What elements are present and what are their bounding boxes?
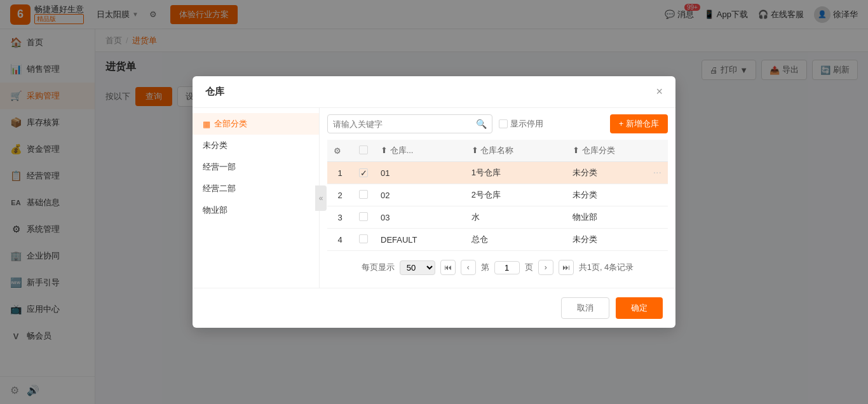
category-label-all: 全部分类: [214, 118, 247, 130]
category-panel: ▦ 全部分类 未分类 经营一部 经营二部 物业部 «: [193, 108, 320, 288]
category-item-all[interactable]: ▦ 全部分类: [193, 113, 319, 135]
cancel-button[interactable]: 取消: [561, 297, 609, 319]
row-actions-icon[interactable]: ···: [653, 167, 661, 178]
gear-icon[interactable]: ⚙: [334, 146, 341, 156]
table-toolbar: 🔍 显示停用 + 新增仓库: [327, 114, 668, 133]
prev-page-button[interactable]: ‹: [461, 260, 476, 275]
row-checkbox[interactable]: [359, 190, 368, 199]
category-item-property[interactable]: 物业部: [193, 199, 319, 221]
cell-num: 2: [327, 184, 353, 206]
cell-code: 02: [374, 184, 465, 206]
page-total-info: 共1页, 4条记录: [579, 262, 634, 273]
collapse-button[interactable]: «: [315, 185, 327, 211]
last-page-button[interactable]: ⏭: [559, 260, 574, 275]
category-label-dept2: 经营二部: [203, 183, 236, 194]
col-header-num: ⚙: [327, 140, 353, 162]
add-warehouse-button[interactable]: + 新增仓库: [610, 114, 668, 133]
modal-footer: 取消 确定: [193, 288, 675, 328]
sort-icon: ⬆: [381, 145, 388, 155]
cell-num: 4: [327, 229, 353, 251]
cell-checkbox[interactable]: [353, 184, 374, 206]
cell-category: 物业部: [566, 206, 668, 229]
category-item-dept1[interactable]: 经营一部: [193, 156, 319, 178]
cell-name: 总仓: [465, 229, 567, 251]
modal-title: 仓库: [205, 86, 224, 98]
per-page-label: 每页显示: [362, 262, 395, 273]
page-number-input[interactable]: [494, 261, 520, 274]
table-row[interactable]: 1 ✓ 01 1号仓库 未分类···: [327, 162, 668, 184]
row-checkbox[interactable]: [359, 212, 368, 221]
search-input[interactable]: [333, 119, 476, 129]
select-all-checkbox[interactable]: [359, 145, 368, 154]
cell-name: 水: [465, 206, 567, 229]
pagination: 每页显示 50 10 20 100 ⏮ ‹ 第 页 › ⏭ 共1页, 4条记录: [327, 253, 668, 281]
col-header-name: ⬆ 仓库名称: [465, 140, 567, 162]
category-item-none[interactable]: 未分类: [193, 135, 319, 156]
table-header-row: ⚙ ⬆ 仓库... ⬆ 仓库名称: [327, 140, 668, 162]
cell-category: 未分类···: [566, 162, 668, 184]
table-row[interactable]: 2 02 2号仓库 未分类: [327, 184, 668, 206]
table-body: 1 ✓ 01 1号仓库 未分类··· 2 02 2号仓库 未分类 3 03 水 …: [327, 162, 668, 251]
row-checkbox[interactable]: [359, 234, 368, 243]
cell-checkbox[interactable]: ✓: [353, 162, 374, 184]
cell-category: 未分类: [566, 184, 668, 206]
category-item-dept2[interactable]: 经营二部: [193, 178, 319, 199]
modal-header: 仓库 ×: [193, 76, 675, 108]
category-label-none: 未分类: [203, 140, 227, 151]
all-category-icon: ▦: [203, 119, 210, 129]
col-header-category: ⬆ 仓库分类: [566, 140, 668, 162]
col-header-code: ⬆ 仓库...: [374, 140, 465, 162]
sort-icon-name: ⬆: [471, 145, 478, 155]
category-label-property: 物业部: [203, 205, 227, 216]
cell-num: 1: [327, 162, 353, 184]
cell-checkbox[interactable]: [353, 206, 374, 229]
show-disabled-text: 显示停用: [510, 118, 543, 130]
col-header-checkbox: [353, 140, 374, 162]
modal-body: ▦ 全部分类 未分类 经营一部 经营二部 物业部 «: [193, 108, 675, 288]
row-checkbox[interactable]: ✓: [359, 168, 368, 177]
show-disabled-checkbox[interactable]: [499, 119, 508, 128]
page-label-text: 第: [481, 262, 489, 273]
warehouse-table: ⚙ ⬆ 仓库... ⬆ 仓库名称: [327, 140, 668, 251]
modal-overlay: 仓库 × ▦ 全部分类 未分类 经营一部 经营二部: [0, 0, 868, 404]
cell-category: 未分类: [566, 229, 668, 251]
table-panel: 🔍 显示停用 + 新增仓库 ⚙: [320, 108, 675, 288]
next-page-button[interactable]: ›: [538, 260, 553, 275]
show-disabled-label[interactable]: 显示停用: [499, 118, 543, 130]
cell-checkbox[interactable]: [353, 229, 374, 251]
cell-name: 2号仓库: [465, 184, 567, 206]
sort-icon-category: ⬆: [573, 145, 580, 155]
search-box[interactable]: 🔍: [327, 114, 492, 133]
first-page-button[interactable]: ⏮: [440, 260, 456, 275]
cell-code: 03: [374, 206, 465, 229]
cell-code: 01: [374, 162, 465, 184]
cell-name: 1号仓库: [465, 162, 567, 184]
category-label-dept1: 经营一部: [203, 161, 236, 173]
per-page-select[interactable]: 50 10 20 100: [400, 260, 435, 275]
close-button[interactable]: ×: [656, 85, 663, 98]
cell-code: DEFAULT: [374, 229, 465, 251]
page-label-page: 页: [525, 262, 533, 273]
cell-num: 3: [327, 206, 353, 229]
warehouse-modal: 仓库 × ▦ 全部分类 未分类 经营一部 经营二部: [193, 76, 675, 328]
search-icon[interactable]: 🔍: [476, 119, 487, 129]
table-row[interactable]: 3 03 水 物业部: [327, 206, 668, 229]
table-row[interactable]: 4 DEFAULT 总仓 未分类: [327, 229, 668, 251]
confirm-button[interactable]: 确定: [616, 297, 663, 319]
